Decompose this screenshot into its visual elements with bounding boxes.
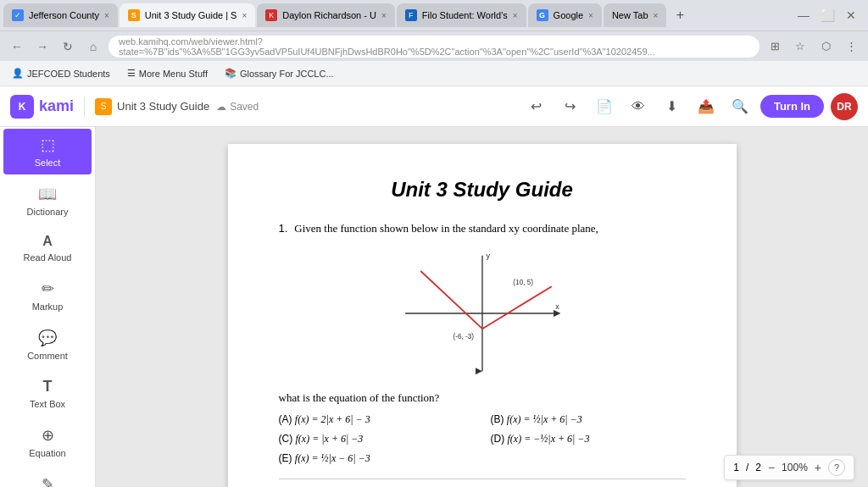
sidebar-item-dictionary[interactable]: 📖 Dictionary [3, 178, 92, 224]
share-button[interactable]: 📤 [693, 93, 720, 120]
bookmarks-bar: 👤 JEFCOED Students ☰ More Menu Stuff 📚 G… [0, 61, 868, 86]
minimize-button[interactable]: — [793, 5, 814, 25]
new-tab-button[interactable]: + [668, 3, 692, 27]
home-button[interactable]: ⌂ [83, 36, 103, 57]
choice-c-label: (C) [279, 433, 296, 445]
kami-logo-text: kami [39, 97, 74, 115]
comment-icon: 💬 [38, 329, 57, 347]
address-bar: ← → ↻ ⌂ web.kamihq.com/web/viewer.html?s… [0, 30, 868, 61]
bookmark-label-3: Glossary For JCCLC... [240, 69, 334, 79]
select-icon: ⬚ [41, 136, 55, 154]
tab-close-2[interactable]: × [242, 11, 247, 20]
tab-filo[interactable]: F Filo Student: World's × [397, 3, 526, 27]
search-button[interactable]: 🔍 [726, 93, 754, 120]
sidebar-label-comment: Comment [27, 351, 68, 361]
sidebar-item-text-box[interactable]: T Text Box [3, 371, 92, 416]
choice-d-label: (D) [491, 433, 508, 445]
sidebar-item-select[interactable]: ⬚ Select [3, 129, 92, 174]
back-button[interactable]: ← [7, 36, 27, 57]
markup-icon: ✏ [42, 279, 54, 298]
choice-d-formula: f(x) = −½|x + 6| −3 [508, 433, 590, 445]
document-page: Unit 3 Study Guide 1. Given the function… [228, 144, 737, 487]
close-window-button[interactable]: ✕ [841, 5, 861, 25]
tab-new-tab[interactable]: New Tab × [604, 3, 666, 27]
tab-title-4: Filo Student: World's [422, 10, 508, 20]
bookmark-star-icon[interactable]: ☆ [790, 36, 810, 57]
question-1-block: 1. Given the function shown below in the… [279, 222, 686, 465]
refresh-button[interactable]: ↻ [58, 36, 78, 57]
tab-title-2: Unit 3 Study Guide | S [145, 10, 237, 20]
saved-text: Saved [230, 101, 259, 113]
tab-close-3[interactable]: × [381, 11, 387, 20]
browser-chrome: ✓ Jefferson County × S Unit 3 Study Guid… [0, 0, 868, 86]
restore-button[interactable]: ⬜ [817, 5, 837, 25]
menu-icon[interactable]: ⋮ [841, 36, 861, 57]
bookmark-jefcoed[interactable]: 👤 JEFCOED Students [7, 66, 115, 80]
tab-favicon-3: K [265, 9, 277, 21]
tab-close-5[interactable]: × [588, 11, 593, 20]
tab-close-4[interactable]: × [513, 11, 518, 20]
sidebar-label-dictionary: Dictionary [27, 207, 69, 217]
tab-favicon-2: S [128, 9, 140, 21]
choice-e: (E) f(x) = ½|x − 6| −3 [279, 452, 474, 465]
user-avatar[interactable]: DR [831, 93, 858, 120]
tab-jefferson-county[interactable]: ✓ Jefferson County × [3, 3, 118, 27]
tab-close-1[interactable]: × [104, 11, 109, 20]
equation-icon: ⊕ [42, 426, 54, 445]
address-input[interactable]: web.kamihq.com/web/viewer.html?state=%7B… [108, 36, 760, 58]
tab-bar: ✓ Jefferson County × S Unit 3 Study Guid… [0, 0, 868, 30]
sidebar-label-read-aloud: Read Aloud [24, 252, 72, 263]
tab-close-6[interactable]: × [654, 11, 659, 20]
help-button[interactable]: ? [828, 459, 845, 476]
choice-c-formula: f(x) = |x + 6| −3 [296, 433, 364, 445]
toolbar-right: ↩ ↪ 📄 👁 ⬇ 📤 🔍 Turn In DR [523, 93, 858, 120]
sidebar-item-read-aloud[interactable]: A Read Aloud [3, 227, 92, 269]
zoom-in-button[interactable]: + [815, 461, 821, 474]
answer-choices: (A) f(x) = 2|x + 6| − 3 (B) f(x) = ½|x +… [279, 413, 686, 465]
sidebar-item-markup[interactable]: ✏ Markup [3, 273, 92, 318]
extensions-icon[interactable]: ⬡ [815, 36, 836, 57]
choice-d: (D) f(x) = −½|x + 6| −3 [491, 433, 686, 445]
bookmark-icon-2: ☰ [127, 68, 136, 79]
bookmark-glossary[interactable]: 📚 Glossary For JCCLC... [220, 66, 339, 80]
choice-b-formula: f(x) = ½|x + 6| −3 [507, 413, 582, 425]
doc-icon: S [95, 98, 112, 115]
bookmark-label-1: JEFCOED Students [27, 69, 110, 79]
turn-in-button[interactable]: Turn In [760, 95, 824, 118]
tab-title-3: Daylon Richardson - U [282, 10, 376, 20]
bookmark-icon-3: 📚 [225, 68, 236, 79]
view-button[interactable]: 👁 [625, 93, 652, 120]
tab-daylon[interactable]: K Daylon Richardson - U × [257, 3, 395, 27]
undo-button[interactable]: ↩ [523, 93, 550, 120]
redo-button[interactable]: ↪ [557, 93, 584, 120]
sidebar-item-drawing[interactable]: ✎ Drawing [3, 468, 92, 487]
zoom-out-button[interactable]: − [768, 461, 775, 474]
document-title: Unit 3 Study Guide [279, 178, 686, 202]
sidebar-item-equation[interactable]: ⊕ Equation [3, 419, 92, 465]
choice-a: (A) f(x) = 2|x + 6| − 3 [279, 413, 474, 426]
cast-icon[interactable]: ⊞ [765, 36, 785, 57]
graph-area: x y (10, 5) (-6, -3) [279, 246, 686, 381]
choice-c: (C) f(x) = |x + 6| −3 [279, 433, 474, 445]
bookmark-label-2: More Menu Stuff [139, 69, 208, 79]
kami-logo: K kami [10, 95, 74, 119]
bookmark-more-menu[interactable]: ☰ More Menu Stuff [122, 66, 213, 80]
tab-google[interactable]: G Google × [528, 3, 602, 27]
svg-line-4 [420, 271, 482, 329]
page-counter-bar: 1 / 2 − 100% + ? [724, 455, 854, 480]
svg-text:x: x [555, 302, 559, 311]
tab-study-guide[interactable]: S Unit 3 Study Guide | S × [120, 3, 255, 27]
forward-button[interactable]: → [32, 36, 53, 57]
cloud-save-icon: ☁ [216, 101, 226, 113]
page-separator: / [746, 462, 748, 473]
choice-b-label: (B) [491, 413, 507, 425]
doc-info: S Unit 3 Study Guide [95, 98, 209, 115]
sidebar-item-comment[interactable]: 💬 Comment [3, 322, 92, 368]
kami-logo-icon: K [10, 95, 34, 119]
download-button[interactable]: ⬇ [659, 93, 686, 120]
question-3-start: 3. Given the function shown below, for w… [279, 479, 686, 487]
choice-e-label: (E) [279, 452, 295, 464]
document-button[interactable]: 📄 [591, 93, 618, 120]
choice-a-formula: f(x) = 2|x + 6| − 3 [295, 413, 370, 425]
dictionary-icon: 📖 [38, 185, 57, 203]
